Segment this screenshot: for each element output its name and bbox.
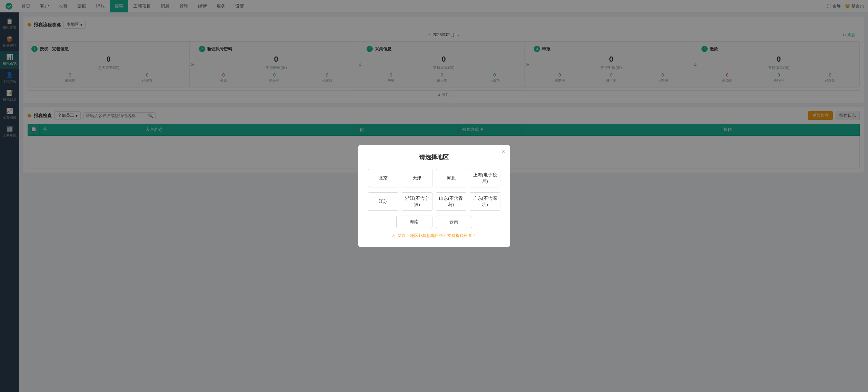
region-grid-row2: 江苏 浙江(不含宁波) 山东(不含青岛) 广东(不含深圳) — [368, 192, 500, 211]
region-grid-row3: 海南 云南 — [396, 216, 472, 228]
region-btn-shandong[interactable]: 山东(不含青岛) — [436, 192, 467, 211]
region-btn-shanghai[interactable]: 上海(电子税局) — [470, 169, 500, 187]
region-select-modal: × 请选择地区 北京 天津 河北 上海(电子税局) 江苏 浙江(不含宁波) 山东… — [358, 145, 510, 247]
region-btn-yunnan[interactable]: 云南 — [436, 216, 472, 228]
region-btn-hebei[interactable]: 河北 — [436, 169, 467, 187]
region-btn-beijing[interactable]: 北京 — [368, 169, 399, 187]
region-btn-jiangsu[interactable]: 江苏 — [368, 192, 399, 211]
warning-icon: ⚠ — [392, 234, 396, 238]
region-btn-zhejiang[interactable]: 浙江(不含宁波) — [402, 192, 432, 211]
region-btn-hainan[interactable]: 海南 — [396, 216, 432, 228]
warning-text: 除以上地区外其他地区暂不支持报税检查！ — [398, 233, 476, 239]
region-btn-tianjin[interactable]: 天津 — [402, 169, 432, 187]
region-btn-guangdong[interactable]: 广东(不含深圳) — [470, 192, 500, 211]
modal-close-btn[interactable]: × — [502, 149, 505, 155]
modal-overlay[interactable]: × 请选择地区 北京 天津 河北 上海(电子税局) 江苏 浙江(不含宁波) 山东… — [0, 0, 868, 392]
region-grid-row1: 北京 天津 河北 上海(电子税局) — [368, 169, 500, 187]
modal-warning: ⚠ 除以上地区外其他地区暂不支持报税检查！ — [368, 233, 500, 239]
modal-title: 请选择地区 — [368, 153, 500, 161]
